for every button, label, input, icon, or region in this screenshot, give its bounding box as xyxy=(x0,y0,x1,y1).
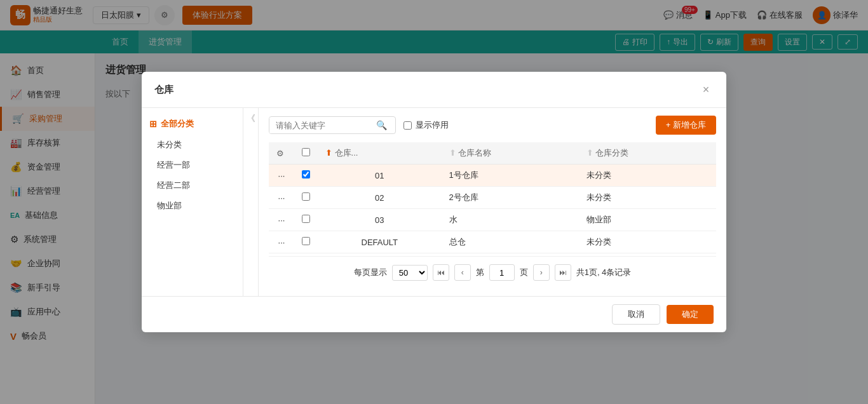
cat-item-unclassified[interactable]: 未分类 xyxy=(142,135,243,155)
search-btn[interactable]: 🔍 xyxy=(371,117,392,133)
next-page-btn[interactable]: › xyxy=(533,264,550,281)
sort-icon-name: ⬆ xyxy=(449,148,456,158)
modal-header: 仓库 × xyxy=(142,72,726,108)
category-grid-icon: ⊞ xyxy=(149,119,157,129)
modal-title: 仓库 xyxy=(154,84,173,96)
col-category: ⬆ 仓库分类 xyxy=(579,142,716,165)
sort-icon: ⬆ xyxy=(325,148,332,158)
row-gear[interactable]: ··· xyxy=(269,187,294,209)
row-code: DEFAULT xyxy=(318,231,442,253)
collapse-icon: 《 xyxy=(247,113,255,125)
show-disabled-label[interactable]: 显示停用 xyxy=(403,119,449,131)
modal-toolbar: 🔍 显示停用 + 新增仓库 xyxy=(269,116,716,135)
row-checkbox-cell[interactable] xyxy=(294,165,318,187)
page-unit: 页 xyxy=(520,267,528,278)
show-disabled-checkbox[interactable] xyxy=(403,121,412,130)
modal-overlay: 仓库 × ⊞ 全部分类 未分类 经营一部 经营二部 物业部 《 xyxy=(0,0,868,404)
sidebar-collapse-btn[interactable]: 《 xyxy=(243,108,259,296)
table-container: ⚙ ⬆ 仓库... ⬆ 仓库名称 xyxy=(269,142,716,253)
row-gear[interactable]: ··· xyxy=(269,165,294,187)
modal-close-btn[interactable]: × xyxy=(698,82,714,97)
cat-item-ops2[interactable]: 经营二部 xyxy=(142,175,243,196)
row-code: 02 xyxy=(318,187,442,209)
row-code: 01 xyxy=(318,165,442,187)
first-page-btn[interactable]: ⏮ xyxy=(433,264,449,281)
modal-content-area: 🔍 显示停用 + 新增仓库 ⚙ xyxy=(259,108,726,296)
per-page-label: 每页显示 xyxy=(354,267,387,278)
confirm-btn[interactable]: 确定 xyxy=(667,305,714,324)
row-checkbox[interactable] xyxy=(302,192,310,201)
warehouse-modal: 仓库 × ⊞ 全部分类 未分类 经营一部 经营二部 物业部 《 xyxy=(142,72,726,332)
row-category: 未分类 xyxy=(579,187,716,209)
select-all-checkbox[interactable] xyxy=(302,148,310,156)
cat-item-property[interactable]: 物业部 xyxy=(142,196,243,216)
table-row[interactable]: ··· DEFAULT 总仓 未分类 xyxy=(269,231,716,253)
row-checkbox[interactable] xyxy=(302,170,310,178)
row-category: 未分类 xyxy=(579,231,716,253)
table-row[interactable]: ··· 02 2号仓库 未分类 xyxy=(269,187,716,209)
pagination: 每页显示 50 20 100 ⏮ ‹ 第 页 › ⏭ 共1页, 4条记录 xyxy=(269,256,716,288)
page-label: 第 xyxy=(476,267,484,278)
col-gear: ⚙ xyxy=(269,142,294,165)
col-checkbox xyxy=(294,142,318,165)
col-code: ⬆ 仓库... xyxy=(318,142,442,165)
row-category: 未分类 xyxy=(579,165,716,187)
table-row[interactable]: ··· 03 水 物业部 xyxy=(269,209,716,231)
row-checkbox-cell[interactable] xyxy=(294,231,318,253)
page-size-select[interactable]: 50 20 100 xyxy=(392,265,428,281)
row-name: 2号仓库 xyxy=(442,187,579,209)
row-checkbox[interactable] xyxy=(302,215,310,223)
prev-page-btn[interactable]: ‹ xyxy=(454,264,471,281)
page-input[interactable] xyxy=(489,264,515,281)
gear-icon: ⚙ xyxy=(276,149,284,158)
row-code: 03 xyxy=(318,209,442,231)
cat-item-ops1[interactable]: 经营一部 xyxy=(142,155,243,175)
table-body: ··· 01 1号仓库 未分类 ··· 02 2号仓库 未分类 ··· 03 水… xyxy=(269,165,716,253)
search-box: 🔍 xyxy=(269,116,396,134)
col-name: ⬆ 仓库名称 xyxy=(442,142,579,165)
modal-footer: 取消 确定 xyxy=(142,296,726,332)
show-disabled-text: 显示停用 xyxy=(416,119,449,131)
cancel-btn[interactable]: 取消 xyxy=(612,304,660,325)
row-name: 水 xyxy=(442,209,579,231)
category-header[interactable]: ⊞ 全部分类 xyxy=(142,113,243,135)
table-row[interactable]: ··· 01 1号仓库 未分类 xyxy=(269,165,716,187)
total-info: 共1页, 4条记录 xyxy=(576,267,632,278)
table-header-row: ⚙ ⬆ 仓库... ⬆ 仓库名称 xyxy=(269,142,716,165)
category-header-label: 全部分类 xyxy=(161,118,194,130)
modal-category-sidebar: ⊞ 全部分类 未分类 经营一部 经营二部 物业部 xyxy=(142,108,243,296)
row-checkbox-cell[interactable] xyxy=(294,187,318,209)
search-input[interactable] xyxy=(269,118,371,133)
row-checkbox-cell[interactable] xyxy=(294,209,318,231)
row-gear[interactable]: ··· xyxy=(269,209,294,231)
last-page-btn[interactable]: ⏭ xyxy=(555,264,571,281)
warehouse-table: ⚙ ⬆ 仓库... ⬆ 仓库名称 xyxy=(269,142,716,253)
modal-body: ⊞ 全部分类 未分类 经营一部 经营二部 物业部 《 🔍 xyxy=(142,108,726,296)
sort-icon-cat: ⬆ xyxy=(587,148,593,158)
row-gear[interactable]: ··· xyxy=(269,231,294,253)
row-name: 总仓 xyxy=(442,231,579,253)
row-name: 1号仓库 xyxy=(442,165,579,187)
row-category: 物业部 xyxy=(579,209,716,231)
add-warehouse-btn[interactable]: + 新增仓库 xyxy=(656,116,716,135)
row-checkbox[interactable] xyxy=(302,237,310,245)
